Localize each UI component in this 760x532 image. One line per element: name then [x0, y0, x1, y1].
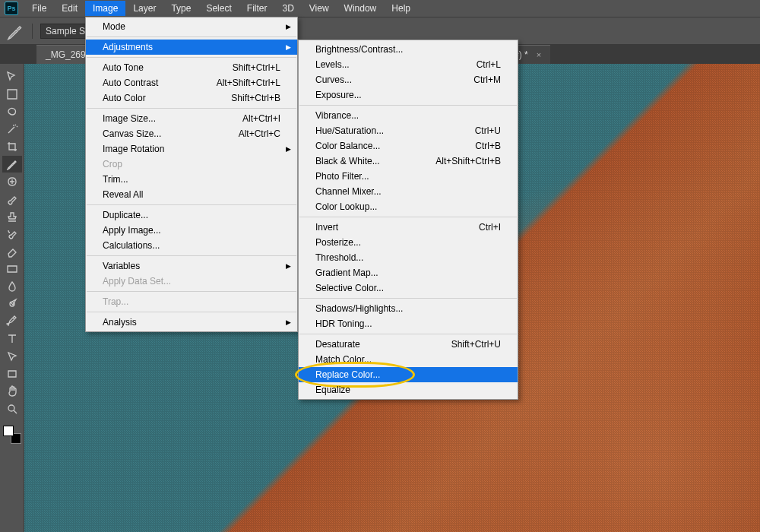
- menu-shortcut: Shift+Ctrl+B: [208, 93, 280, 103]
- tool-path-select[interactable]: [2, 348, 22, 365]
- menu-item-label: Invert: [315, 222, 338, 233]
- tool-history-brush[interactable]: [2, 226, 22, 242]
- menu-item-label: Vibrance...: [315, 110, 359, 121]
- image-menu-reveal-all[interactable]: Reveal All: [86, 187, 297, 202]
- adjust-menu-exposure[interactable]: Exposure...: [299, 87, 518, 103]
- adjust-menu-color-lookup[interactable]: Color Lookup...: [299, 199, 518, 214]
- menu-item-label: Shadows/Highlights...: [315, 303, 403, 314]
- menu-separator: [87, 108, 296, 109]
- submenu-arrow-icon: [286, 145, 291, 153]
- image-menu-calculations[interactable]: Calculations...: [86, 238, 297, 253]
- image-menu-auto-contrast[interactable]: Auto ContrastAlt+Shift+Ctrl+L: [86, 75, 297, 90]
- menu-help[interactable]: Help: [384, 1, 418, 16]
- adjust-menu-levels[interactable]: Levels...Ctrl+L: [299, 57, 518, 72]
- menu-item-label: Curves...: [315, 74, 352, 85]
- adjust-menu-posterize[interactable]: Posterize...: [299, 235, 518, 250]
- image-menu-auto-color[interactable]: Auto ColorShift+Ctrl+B: [86, 90, 297, 106]
- menu-separator: [87, 204, 296, 205]
- adjust-menu-threshold[interactable]: Threshold...: [299, 250, 518, 265]
- eyedropper-icon[interactable]: [6, 22, 24, 40]
- menu-3d[interactable]: 3D: [274, 1, 301, 16]
- tool-eraser[interactable]: [2, 243, 22, 260]
- image-menu-mode[interactable]: Mode: [86, 19, 297, 34]
- menu-item-label: Apply Data Set...: [103, 276, 171, 287]
- adjust-menu-match-color[interactable]: Match Color...: [299, 352, 518, 367]
- adjust-menu-channel-mixer[interactable]: Channel Mixer...: [299, 184, 518, 199]
- image-menu-trim[interactable]: Trim...: [86, 172, 297, 187]
- adjust-menu-hue-saturation[interactable]: Hue/Saturation...Ctrl+U: [299, 123, 518, 138]
- adjust-menu-gradient-map[interactable]: Gradient Map...: [299, 265, 518, 280]
- menu-filter[interactable]: Filter: [239, 1, 275, 16]
- adjust-menu-vibrance[interactable]: Vibrance...: [299, 108, 518, 123]
- menu-item-label: Channel Mixer...: [315, 186, 382, 197]
- menu-file[interactable]: File: [24, 1, 54, 16]
- tool-dodge[interactable]: [2, 296, 22, 312]
- close-icon[interactable]: [537, 50, 541, 59]
- tool-gradient[interactable]: [2, 261, 22, 277]
- menubar: Ps FileEditImageLayerTypeSelectFilter3DV…: [0, 0, 760, 17]
- image-menu-apply-image[interactable]: Apply Image...: [86, 223, 297, 238]
- adjust-menu-invert[interactable]: InvertCtrl+I: [299, 220, 518, 235]
- adjust-menu-equalize[interactable]: Equalize: [299, 382, 518, 397]
- adjust-menu-color-balance[interactable]: Color Balance...Ctrl+B: [299, 138, 518, 154]
- adjust-menu-hdr-toning[interactable]: HDR Toning...: [299, 316, 518, 331]
- menu-item-label: Color Balance...: [315, 141, 380, 151]
- tool-wand[interactable]: [2, 121, 22, 138]
- tool-crop[interactable]: [2, 138, 22, 155]
- tool-marquee[interactable]: [2, 86, 22, 103]
- menu-window[interactable]: Window: [337, 1, 385, 16]
- tool-type[interactable]: [2, 331, 22, 347]
- menu-shortcut: Ctrl+U: [452, 125, 501, 136]
- tool-move[interactable]: [2, 68, 22, 85]
- adjust-menu-brightness-contrast[interactable]: Brightness/Contrast...: [299, 42, 518, 57]
- image-menu-auto-tone[interactable]: Auto ToneShift+Ctrl+L: [86, 60, 297, 75]
- image-menu-apply-data-set: Apply Data Set...: [86, 274, 297, 289]
- menu-separator: [299, 334, 517, 334]
- menu-item-label: Black & White...: [315, 156, 380, 166]
- tool-pen[interactable]: [2, 313, 22, 330]
- menu-image[interactable]: Image: [85, 1, 125, 16]
- adjust-menu-curves[interactable]: Curves...Ctrl+M: [299, 72, 518, 87]
- image-menu-analysis[interactable]: Analysis: [86, 315, 297, 330]
- adjust-menu-photo-filter[interactable]: Photo Filter...: [299, 169, 518, 184]
- menu-edit[interactable]: Edit: [54, 1, 85, 16]
- menu-item-label: Selective Color...: [315, 283, 384, 293]
- adjust-menu-desaturate[interactable]: DesaturateShift+Ctrl+U: [299, 337, 518, 352]
- toolbox: [0, 64, 24, 532]
- color-swatches[interactable]: [3, 426, 21, 444]
- sample-size-label: Sample S: [46, 26, 85, 36]
- menu-item-label: Color Lookup...: [315, 201, 377, 212]
- adjust-menu-black-white[interactable]: Black & White...Alt+Shift+Ctrl+B: [299, 154, 518, 169]
- tool-zoom[interactable]: [2, 401, 22, 417]
- menu-type[interactable]: Type: [163, 1, 198, 16]
- tool-hand[interactable]: [2, 383, 22, 400]
- menu-item-label: Trim...: [103, 174, 128, 185]
- app-logo[interactable]: Ps: [3, 0, 20, 17]
- image-menu-image-rotation[interactable]: Image Rotation: [86, 141, 297, 157]
- image-menu-image-size[interactable]: Image Size...Alt+Ctrl+I: [86, 111, 297, 126]
- menu-item-label: Image Size...: [103, 113, 156, 124]
- menu-item-label: Posterize...: [315, 237, 361, 248]
- tool-lasso[interactable]: [2, 103, 22, 120]
- tool-rectangle[interactable]: [2, 366, 22, 382]
- menu-item-label: Apply Image...: [103, 225, 161, 236]
- tool-stamp[interactable]: [2, 208, 22, 225]
- menu-layer[interactable]: Layer: [125, 1, 163, 16]
- menu-item-label: Variables: [103, 261, 140, 271]
- menu-separator: [299, 217, 517, 217]
- tool-eyedropper[interactable]: [2, 156, 22, 173]
- image-menu-adjustments[interactable]: Adjustments: [86, 40, 297, 55]
- menu-view[interactable]: View: [302, 1, 337, 16]
- adjust-menu-shadows-highlights[interactable]: Shadows/Highlights...: [299, 301, 518, 316]
- menu-select[interactable]: Select: [198, 1, 239, 16]
- tool-healing[interactable]: [2, 173, 22, 190]
- menu-item-label: Exposure...: [315, 90, 362, 100]
- adjust-menu-replace-color[interactable]: Replace Color...: [299, 367, 518, 382]
- adjust-menu-selective-color[interactable]: Selective Color...: [299, 280, 518, 296]
- image-menu-variables[interactable]: Variables: [86, 258, 297, 274]
- menu-item-label: Image Rotation: [103, 144, 164, 154]
- image-menu-canvas-size[interactable]: Canvas Size...Alt+Ctrl+C: [86, 126, 297, 141]
- tool-blur[interactable]: [2, 278, 22, 295]
- tool-brush[interactable]: [2, 191, 22, 207]
- image-menu-duplicate[interactable]: Duplicate...: [86, 207, 297, 223]
